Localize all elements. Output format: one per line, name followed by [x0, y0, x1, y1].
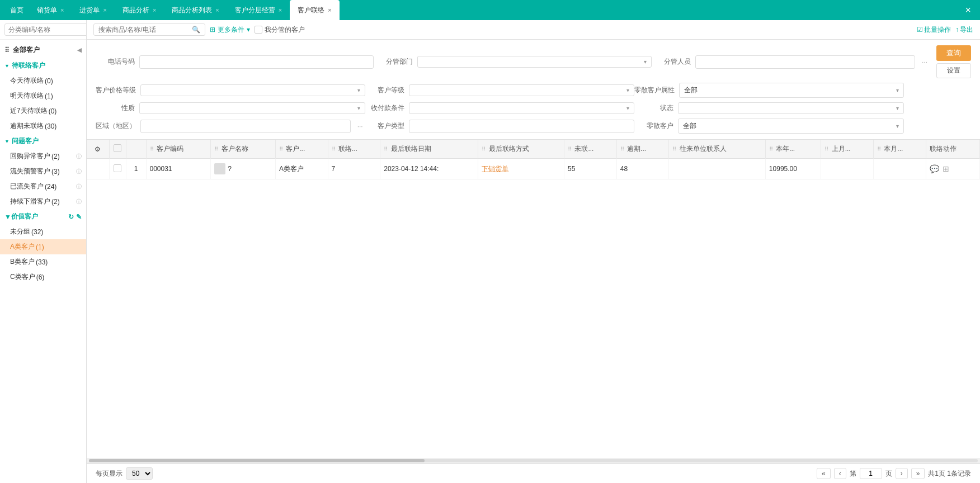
sidebar-item-tomorrow-pending[interactable]: 明天待联络 (1) — [0, 88, 86, 103]
next-page-btn[interactable]: › — [896, 468, 908, 479]
nav-goods-analysis[interactable]: 商品分析 × — [115, 0, 164, 20]
sidebar-item-a-class[interactable]: A类客户 (1) — [0, 239, 86, 254]
filter-customer-level: 客户等级 ▾ — [365, 84, 635, 96]
manager-dots-icon[interactable]: ··· — [922, 58, 927, 66]
sidebar-item-unclassified[interactable]: 未分组 (32) — [0, 224, 86, 239]
batch-op-btn[interactable]: ☑ 批量操作 — [917, 25, 951, 35]
filter-status-select[interactable]: ▾ — [678, 102, 904, 114]
sidebar-item-overdue-pending[interactable]: 逾期未联络 (30) — [0, 119, 86, 134]
value-section-actions: ↻ ✎ — [68, 213, 82, 221]
nav-home[interactable]: 首页 — [4, 0, 29, 20]
filter-customer-type-input[interactable] — [409, 120, 635, 133]
grid-action-icon[interactable]: ⊞ — [943, 164, 949, 173]
th-resizer-no-contact: ⠿ — [568, 146, 572, 152]
horizontal-scrollbar[interactable] — [87, 458, 980, 463]
nav-sales[interactable]: 销货单 × — [29, 0, 72, 20]
row-unit-contact — [669, 159, 766, 179]
sidebar-item-churn-warning[interactable]: 流失预警客户 (3) ⓘ — [0, 164, 86, 179]
page-number-input[interactable] — [860, 468, 882, 479]
sidebar-item-b-class[interactable]: B类客户 (33) — [0, 254, 86, 269]
select-all-checkbox[interactable] — [114, 144, 121, 152]
hscroll-thumb[interactable] — [89, 459, 425, 462]
filter-dept-select[interactable]: ▾ — [417, 56, 652, 68]
content-area: 🔍 ⊞ 更多条件 ▾ 我分管的客户 ☑ 批量操作 ↑ 导出 — [87, 20, 980, 483]
nav-goods-analysis-list[interactable]: 商品分析列表 × — [164, 0, 227, 20]
close-sales-tab[interactable]: × — [60, 7, 64, 13]
settings-icon[interactable]: ⚙ — [95, 145, 101, 153]
filter-price-level-select[interactable]: ▾ — [140, 84, 365, 96]
filter-retail-select[interactable]: 全部 ▾ — [678, 119, 904, 134]
row-settings — [87, 159, 109, 179]
hscroll-track — [89, 459, 978, 462]
toolbar-right: ☑ 批量操作 ↑ 导出 — [917, 25, 973, 35]
region-dots-icon[interactable]: ··· — [357, 122, 363, 130]
prev-page-btn[interactable]: ‹ — [834, 468, 846, 479]
value-edit-icon[interactable]: ✎ — [76, 213, 82, 221]
main-layout: 🔍 ⠿ 全部客户 ◀ ▼ 待联络客户 今天待联络 (0) 明天待联络 (1) 近… — [0, 20, 980, 483]
filter-manager-input[interactable] — [695, 55, 915, 69]
close-goods-analysis-list-tab[interactable]: × — [215, 7, 219, 13]
row-name[interactable]: ? — [211, 159, 276, 179]
sidebar-search-input[interactable] — [4, 23, 87, 36]
last-page-btn[interactable]: » — [911, 468, 925, 479]
filter-phone-input[interactable] — [139, 55, 374, 69]
th-contact: ⠿ 联络... — [328, 140, 380, 159]
th-settings[interactable]: ⚙ — [87, 140, 109, 159]
window-close-button[interactable]: × — [960, 4, 976, 16]
last-contact-way-link[interactable]: 下销货单 — [482, 165, 508, 173]
th-category: ⠿ 客户... — [275, 140, 328, 159]
search-icon[interactable]: 🔍 — [192, 26, 200, 34]
info-icon-churn-warning: ⓘ — [76, 168, 82, 176]
sidebar-item-7days-pending[interactable]: 近7天待联络 (0) — [0, 103, 86, 119]
row-checkbox[interactable] — [114, 164, 121, 172]
query-button[interactable]: 查询 — [936, 45, 971, 61]
filter-region-input[interactable] — [140, 120, 351, 133]
my-customer-checkbox[interactable]: 我分管的客户 — [255, 25, 305, 35]
filter-panel: 电话号码 分管部门 ▾ 分管人员 ··· 查询 设置 — [87, 40, 980, 140]
row-last-contact-way[interactable]: 下销货单 — [478, 159, 564, 179]
settings-button[interactable]: 设置 — [936, 63, 971, 78]
sidebar-item-churned[interactable]: 已流失客户 (24) ⓘ — [0, 179, 86, 194]
row-checkbox-cell[interactable] — [109, 159, 126, 179]
nav-purchase[interactable]: 进货单 × — [72, 0, 114, 20]
search-input[interactable] — [98, 26, 192, 34]
retail-dropdown-arrow: ▾ — [896, 123, 899, 129]
my-customer-check-icon[interactable] — [255, 26, 262, 34]
sidebar-item-today-pending[interactable]: 今天待联络 (0) — [0, 73, 86, 88]
row-contact: 7 — [328, 159, 380, 179]
status-dropdown-arrow: ▾ — [896, 105, 899, 111]
grid-icon: ⠿ — [4, 46, 10, 54]
th-checkbox[interactable] — [109, 140, 126, 159]
filter-payment: 收付款条件 ▾ — [365, 102, 635, 114]
sidebar-content: ⠿ 全部客户 ◀ ▼ 待联络客户 今天待联络 (0) 明天待联络 (1) 近7天… — [0, 40, 86, 483]
table-row: 1 000031 ? A类客户 7 2023-04-12 14:44: 下销货单… — [87, 159, 980, 179]
per-page-select[interactable]: 50 — [126, 467, 153, 480]
row-category: A类客户 — [275, 159, 328, 179]
filter-retail-attr-select[interactable]: 全部 ▾ — [679, 83, 904, 98]
close-customer-layer-tab[interactable]: × — [279, 7, 282, 13]
chat-icon[interactable]: 💬 — [930, 164, 939, 173]
row-code[interactable]: 000031 — [146, 159, 211, 179]
nav-customer-contact[interactable]: 客户联络 × — [290, 0, 339, 20]
close-goods-analysis-tab[interactable]: × — [153, 7, 156, 13]
filter-customer-level-select[interactable]: ▾ — [409, 84, 635, 96]
table-body: 1 000031 ? A类客户 7 2023-04-12 14:44: 下销货单… — [87, 159, 980, 179]
sidebar-item-declining[interactable]: 持续下滑客户 (2) ⓘ — [0, 194, 86, 209]
more-filter-btn[interactable]: ⊞ 更多条件 ▾ — [210, 25, 250, 35]
close-customer-contact-tab[interactable]: × — [328, 7, 331, 13]
nav-customer-layer[interactable]: 客户分层经营 × — [227, 0, 290, 20]
sidebar-item-repurchase-abnormal[interactable]: 回购异常客户 (2) ⓘ — [0, 149, 86, 164]
filter-customer-type: 客户类型 — [365, 120, 635, 133]
filter-payment-select[interactable]: ▾ — [409, 102, 635, 114]
filter-nature-select[interactable]: ▾ — [139, 102, 365, 114]
value-refresh-icon[interactable]: ↻ — [68, 213, 74, 221]
sidebar-item-c-class[interactable]: C类客户 (6) — [0, 269, 86, 285]
filter-phone: 电话号码 — [96, 55, 374, 69]
first-page-btn[interactable]: « — [817, 468, 831, 479]
per-page-selector: 每页显示 50 — [96, 467, 153, 480]
row-index: 1 — [126, 159, 146, 179]
footer-pagination: « ‹ 第 页 › » 共1页 1条记录 — [817, 468, 971, 479]
close-purchase-tab[interactable]: × — [103, 7, 106, 13]
all-customers-header[interactable]: ⠿ 全部客户 ◀ — [0, 42, 86, 58]
export-btn[interactable]: ↑ 导出 — [955, 25, 973, 35]
